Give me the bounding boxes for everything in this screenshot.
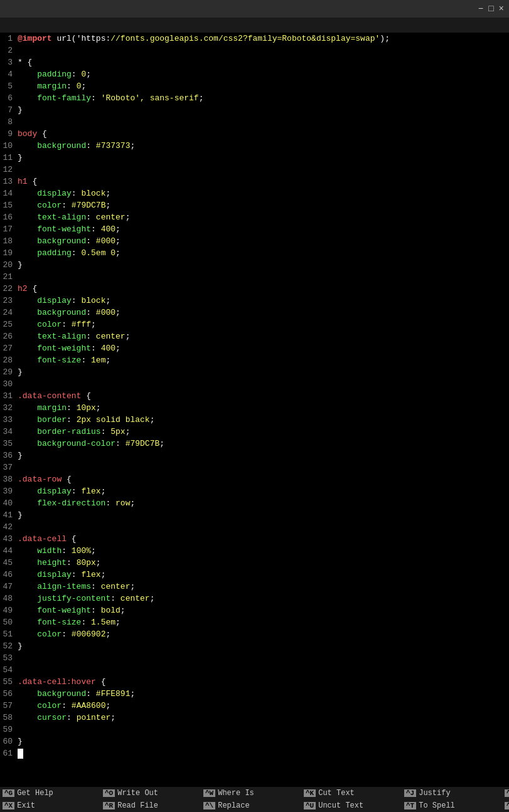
- line-number: 19: [0, 247, 18, 259]
- code-line: 58 cursor: pointer;: [0, 712, 509, 724]
- line-content: h1 {: [18, 176, 509, 187]
- shortcut-item: ^GGet Help: [0, 788, 100, 798]
- line-number: 26: [0, 330, 18, 342]
- line-content: color: #fff;: [18, 319, 509, 330]
- code-line: 54: [0, 664, 509, 676]
- code-line: 9body {: [0, 128, 509, 140]
- line-content: .data-row {: [18, 473, 509, 485]
- code-lines: 1@import url('https://fonts.googleapis.c…: [0, 33, 509, 787]
- line-content: .data-cell:hover {: [18, 676, 509, 688]
- line-number: 11: [0, 152, 18, 164]
- line-content: color: #79DC7B;: [18, 199, 509, 211]
- line-number: 32: [0, 402, 18, 414]
- line-number: 15: [0, 199, 18, 211]
- line-content: flex-direction: row;: [18, 497, 509, 509]
- code-line: 61: [0, 747, 509, 759]
- line-content: display: flex;: [18, 485, 509, 497]
- line-number: 16: [0, 211, 18, 223]
- cursor: [18, 749, 23, 759]
- line-content: background: #737373;: [18, 140, 509, 152]
- shortcut-item: ^_Go To Line: [502, 801, 509, 811]
- line-number: 21: [0, 271, 18, 283]
- line-number: 22: [0, 283, 18, 295]
- line-content: margin: 10px;: [18, 402, 509, 414]
- line-number: 8: [0, 116, 18, 128]
- code-line: 51 color: #006902;: [0, 628, 509, 640]
- code-line: 2: [0, 45, 509, 56]
- line-content: [18, 271, 509, 283]
- line-content: .data-cell {: [18, 533, 509, 545]
- title-bar: − □ ×: [0, 0, 509, 18]
- shortcut-key: ^T: [404, 802, 416, 809]
- shortcut-key: ^O: [103, 789, 115, 797]
- code-line: 43.data-cell {: [0, 533, 509, 545]
- shortcut-item: ^TTo Spell: [402, 801, 502, 811]
- code-line: 12: [0, 164, 509, 176]
- shortcut-key: ^G: [3, 789, 14, 797]
- code-line: 50 font-size: 1.5em;: [0, 616, 509, 628]
- code-line: 21: [0, 271, 509, 283]
- code-line: 53: [0, 652, 509, 664]
- maximize-button[interactable]: □: [488, 4, 493, 14]
- code-line: 39 display: flex;: [0, 485, 509, 497]
- code-line: 27 font-weight: 400;: [0, 342, 509, 354]
- line-number: 57: [0, 700, 18, 712]
- line-number: 1: [0, 33, 18, 45]
- line-content: [18, 652, 509, 664]
- shortcut-item: ^\Replace: [201, 801, 301, 811]
- line-content: align-items: center;: [18, 581, 509, 593]
- line-number: 43: [0, 533, 18, 545]
- line-content: display: block;: [18, 187, 509, 199]
- code-line: 52}: [0, 640, 509, 652]
- shortcut-item: ^JJustify: [402, 788, 502, 798]
- code-line: 31.data-content {: [0, 390, 509, 402]
- line-number: 7: [0, 104, 18, 116]
- code-line: 22h2 {: [0, 283, 509, 295]
- status-bar: ^GGet Help^OWrite Out^WWhere Is^KCut Tex…: [0, 787, 509, 812]
- line-number: 51: [0, 628, 18, 640]
- code-line: 24 background: #000;: [0, 307, 509, 319]
- line-content: justify-content: center;: [18, 593, 509, 604]
- line-number: 23: [0, 295, 18, 307]
- code-line: 38.data-row {: [0, 473, 509, 485]
- code-line: 29}: [0, 366, 509, 378]
- code-line: 46 display: flex;: [0, 569, 509, 581]
- line-number: 31: [0, 390, 18, 402]
- line-content: font-weight: 400;: [18, 223, 509, 235]
- shortcut-label: To Spell: [419, 801, 455, 810]
- code-line: 48 justify-content: center;: [0, 593, 509, 604]
- minimize-button[interactable]: −: [478, 4, 483, 14]
- line-content: [18, 724, 509, 736]
- line-number: 56: [0, 688, 18, 700]
- line-number: 58: [0, 712, 18, 724]
- code-line: 33 border: 2px solid black;: [0, 414, 509, 426]
- line-content: text-align: center;: [18, 211, 509, 223]
- shortcut-label: Exit: [17, 801, 35, 810]
- code-line: 8: [0, 116, 509, 128]
- code-line: 34 border-radius: 5px;: [0, 426, 509, 438]
- code-area[interactable]: 1@import url('https://fonts.googleapis.c…: [0, 33, 509, 787]
- line-content: h2 {: [18, 283, 509, 295]
- line-number: 17: [0, 223, 18, 235]
- line-number: 38: [0, 473, 18, 485]
- shortcut-item: ^WWhere Is: [201, 788, 301, 798]
- close-button[interactable]: ×: [499, 4, 504, 14]
- code-line: 32 margin: 10px;: [0, 402, 509, 414]
- shortcut-key: ^_: [505, 802, 509, 809]
- code-line: 30: [0, 378, 509, 390]
- line-content: margin: 0;: [18, 80, 509, 92]
- code-line: 59: [0, 724, 509, 736]
- line-number: 18: [0, 235, 18, 247]
- shortcut-label: Justify: [419, 789, 450, 798]
- line-content: [18, 521, 509, 533]
- line-number: 30: [0, 378, 18, 390]
- line-content: font-size: 1.5em;: [18, 616, 509, 628]
- line-content: [18, 164, 509, 176]
- line-content: text-align: center;: [18, 330, 509, 342]
- title-bar-buttons[interactable]: − □ ×: [478, 4, 504, 14]
- shortcut-label: Read File: [117, 801, 158, 810]
- code-line: 55.data-cell:hover {: [0, 676, 509, 688]
- line-content: }: [18, 104, 509, 116]
- shortcut-key: ^C: [505, 789, 509, 797]
- line-content: [18, 664, 509, 676]
